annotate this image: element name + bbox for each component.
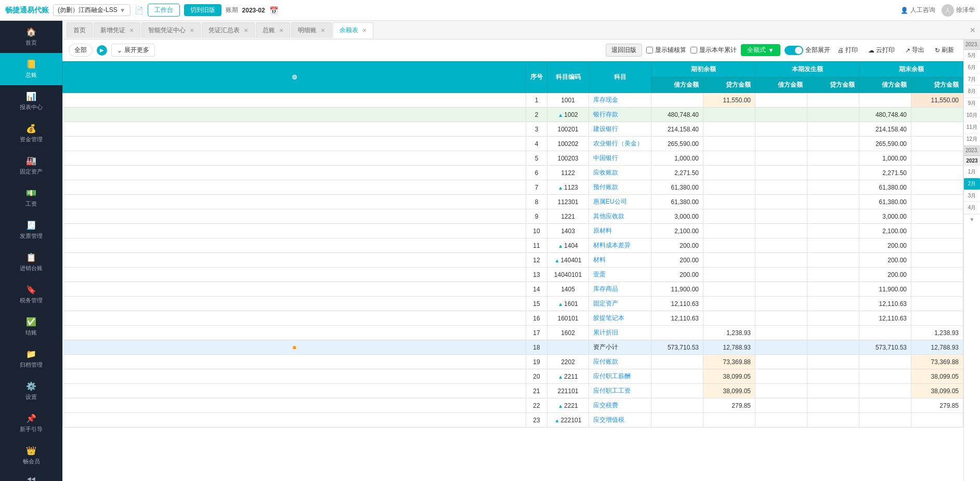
tab-home[interactable]: 首页 (67, 22, 93, 38)
sidebar-item-closing[interactable]: ✅ 结账 (0, 311, 62, 343)
tab-new-voucher-close[interactable]: ✕ (129, 28, 134, 33)
member-icon: 👑 (26, 446, 36, 456)
row-end-debit-cell (859, 93, 911, 108)
tab-balance-close[interactable]: ✕ (362, 28, 367, 33)
tab-new-voucher[interactable]: 新增凭证 ✕ (94, 22, 140, 38)
row-name-cell[interactable]: 中国银行 (589, 151, 651, 166)
month-6[interactable]: 6月 (964, 62, 980, 74)
row-name-cell[interactable]: 库存商品 (589, 282, 651, 297)
cloud-print-button[interactable]: ☁ 云打印 (865, 44, 898, 56)
right-sidebar-scroll-down[interactable]: ▼ (964, 214, 980, 224)
show-yearly-checkbox-group[interactable]: 显示本年累计 (690, 46, 737, 55)
row-cur-debit-cell (755, 253, 807, 268)
row-name-cell[interactable]: 农业银行（美金） (589, 137, 651, 151)
row-cur-debit-cell (755, 282, 807, 297)
sidebar-item-funds[interactable]: 💰 资金管理 (0, 117, 62, 150)
row-end-debit-cell (859, 384, 911, 398)
row-no-cell: 21 (526, 384, 547, 398)
document-icon[interactable]: 📄 (135, 6, 143, 15)
company-name: (勿删）江西融金-LSS (58, 6, 117, 15)
show-auxiliary-checkbox[interactable] (646, 47, 653, 54)
row-name-cell[interactable]: 固定资产 (589, 297, 651, 311)
sidebar-item-settings[interactable]: ⚙️ 设置 (0, 375, 62, 407)
sidebar-item-sales[interactable]: 📋 进销台账 (0, 246, 62, 278)
sidebar-item-tax[interactable]: 🔖 税务管理 (0, 278, 62, 311)
tab-voucher-summary-close[interactable]: ✕ (244, 28, 248, 33)
tab-general-ledger-close[interactable]: ✕ (279, 28, 283, 33)
show-auxiliary-checkbox-group[interactable]: 显示辅核算 (646, 46, 686, 55)
year-2023[interactable]: 2023 (964, 156, 980, 166)
month-12[interactable]: 12月 (964, 133, 980, 145)
row-name-cell[interactable]: 材料 (589, 253, 651, 268)
row-name-cell[interactable]: 其他应收款 (589, 209, 651, 224)
row-no-cell: 17 (526, 326, 547, 340)
row-name-cell[interactable]: 应付职工工资 (589, 384, 651, 398)
sidebar-item-ledger[interactable]: 📒 总账 (0, 53, 62, 85)
th-settings[interactable]: ⚙ (63, 62, 526, 93)
month-7[interactable]: 7月 (964, 74, 980, 86)
row-name-cell[interactable]: 建设银行 (589, 122, 651, 137)
month-8[interactable]: 8月 (964, 86, 980, 98)
row-name-cell[interactable]: 银行存款 (589, 108, 651, 122)
row-name-cell[interactable]: 应付职工薪酬 (589, 369, 651, 384)
th-start-credit: 贷方金额 (703, 77, 755, 93)
row-name-cell[interactable]: 原材料 (589, 224, 651, 238)
expand-all-toggle-group[interactable]: 全部展开 (785, 46, 830, 55)
row-name-cell[interactable]: 库存现金 (589, 93, 651, 108)
tab-detail-ledger-close[interactable]: ✕ (321, 28, 325, 33)
month-3[interactable]: 3月 (964, 190, 980, 202)
filter-all-button[interactable]: 全部 (69, 44, 93, 57)
display-mode-button[interactable]: 全额式 ▼ (741, 44, 780, 56)
row-name-cell[interactable]: 材料成本差异 (589, 238, 651, 253)
return-old-version-button[interactable]: 退回旧版 (606, 44, 642, 57)
row-name-cell[interactable]: 应交税费 (589, 398, 651, 413)
row-start-debit-cell: 265,590.00 (651, 137, 703, 151)
month-11[interactable]: 11月 (964, 122, 980, 133)
row-name-cell[interactable]: 应收账款 (589, 166, 651, 180)
print-button[interactable]: 🖨 打印 (834, 44, 861, 56)
sidebar-item-guide[interactable]: 📌 新手引导 (0, 407, 62, 439)
refresh-button[interactable]: ↻ 刷新 (932, 44, 957, 56)
month-1[interactable]: 1月 (964, 166, 980, 178)
sidebar-item-salary[interactable]: 💵 工资 (0, 182, 62, 214)
tab-smart-voucher[interactable]: 智能凭证中心 ✕ (141, 22, 201, 38)
row-name-cell[interactable]: 胶提笔记本 (589, 311, 651, 326)
month-2[interactable]: 2月 (964, 178, 980, 190)
calendar-icon[interactable]: 📅 (269, 6, 278, 15)
expand-more-button[interactable]: ⌄ 展开更多 (111, 44, 155, 57)
tab-general-ledger[interactable]: 总账 ✕ (256, 22, 290, 38)
show-yearly-checkbox[interactable] (690, 47, 697, 54)
sidebar-item-unpin[interactable]: ◀◀ 取消固定 (0, 472, 62, 481)
row-name-cell[interactable]: 累计折旧 (589, 326, 651, 340)
user-item[interactable]: 人 徐泽华 (942, 4, 975, 17)
tab-smart-voucher-close[interactable]: ✕ (190, 28, 194, 33)
month-5[interactable]: 5月 (964, 50, 980, 62)
tab-detail-ledger[interactable]: 明细账 ✕ (291, 22, 332, 38)
company-selector[interactable]: (勿删）江西融金-LSS ▼ (53, 4, 130, 16)
tab-balance[interactable]: 余额表 ✕ (333, 22, 373, 38)
month-9[interactable]: 9月 (964, 98, 980, 110)
switch-version-button[interactable]: 切到旧版 (184, 4, 221, 16)
row-name-cell[interactable]: 应付账款 (589, 355, 651, 369)
sidebar-item-home[interactable]: 🏠 首页 (0, 21, 62, 53)
row-settings-cell (63, 326, 526, 340)
tab-voucher-summary[interactable]: 凭证汇总表 ✕ (202, 22, 255, 38)
month-10[interactable]: 10月 (964, 110, 980, 122)
row-name-cell[interactable]: 壹蛋 (589, 268, 651, 282)
export-button[interactable]: ↗ 导出 (902, 44, 927, 56)
sidebar-item-reports[interactable]: 📊 报表中心 (0, 85, 62, 117)
tab-voucher-summary-label: 凭证汇总表 (208, 26, 240, 35)
workbench-button[interactable]: 工作台 (148, 4, 180, 17)
filter-arrow-button[interactable]: ▶ (97, 45, 107, 56)
month-4[interactable]: 4月 (964, 202, 980, 214)
sidebar-item-archive[interactable]: 📁 归档管理 (0, 343, 62, 375)
consult-item[interactable]: 👤 人工咨询 (900, 6, 935, 15)
sidebar-item-invoice[interactable]: 🧾 发票管理 (0, 214, 62, 246)
sidebar-item-member[interactable]: 👑 畅会员 (0, 439, 62, 472)
row-name-cell[interactable]: 应交增值税 (589, 413, 651, 427)
row-name-cell[interactable]: 惠属EU公司 (589, 195, 651, 209)
sidebar-item-assets[interactable]: 🏭 固定资产 (0, 150, 62, 182)
close-all-tabs[interactable]: ✕ (970, 26, 976, 34)
row-name-cell[interactable]: 预付账款 (589, 180, 651, 195)
expand-all-toggle[interactable] (785, 46, 803, 55)
